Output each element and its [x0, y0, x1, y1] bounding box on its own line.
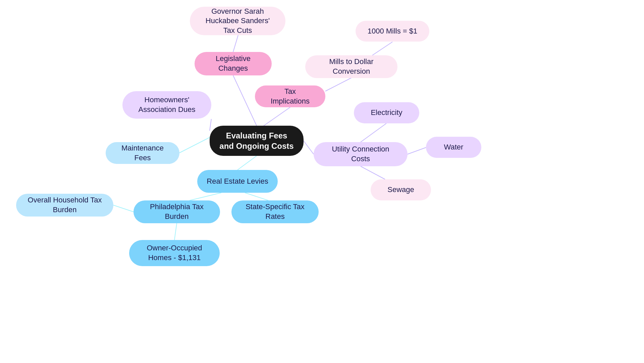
svg-line-13	[245, 193, 268, 200]
utility-connection-node[interactable]: Utility Connection Costs	[314, 142, 408, 166]
water-label: Water	[444, 142, 464, 152]
overall-household-label: Overall Household Tax Burden	[25, 195, 104, 215]
svg-line-14	[113, 205, 133, 212]
svg-line-3	[325, 78, 352, 91]
hoa-dues-node[interactable]: Homeowners' Association Dues	[122, 91, 211, 119]
electricity-node[interactable]: Electricity	[354, 102, 419, 123]
utility-connection-label: Utility Connection Costs	[323, 144, 398, 164]
owner-occupied-label: Owner-Occupied Homes - $1,131	[139, 243, 210, 262]
state-tax-rates-label: State-Specific Tax Rates	[241, 202, 309, 221]
overall-household-node[interactable]: Overall Household Tax Burden	[16, 194, 113, 217]
maintenance-fees-node[interactable]: Maintenance Fees	[106, 142, 179, 164]
philadelphia-tax-label: Philadelphia Tax Burden	[143, 202, 211, 221]
legislative-changes-label: Legislative Changes	[204, 54, 262, 73]
philadelphia-tax-node[interactable]: Philadelphia Tax Burden	[133, 200, 220, 223]
mills-conversion-node[interactable]: Mills to Dollar Conversion	[305, 55, 397, 78]
svg-line-5	[210, 119, 211, 131]
svg-line-11	[237, 156, 257, 170]
center-label: Evaluating Fees and Ongoing Costs	[219, 130, 294, 151]
mills-conversion-label: Mills to Dollar Conversion	[315, 57, 388, 76]
svg-line-7	[304, 141, 314, 154]
svg-line-0	[233, 75, 257, 126]
svg-line-4	[372, 42, 392, 55]
maintenance-fees-label: Maintenance Fees	[115, 143, 170, 163]
gov-tax-cuts-label: Governor Sarah Huckabee Sanders' Tax Cut…	[199, 7, 276, 36]
svg-line-6	[179, 137, 210, 153]
svg-line-8	[361, 123, 386, 142]
hoa-dues-label: Homeowners' Association Dues	[132, 95, 202, 114]
svg-line-15	[174, 223, 177, 240]
svg-line-1	[233, 35, 238, 52]
mills-value-label: 1000 Mills = $1	[368, 26, 418, 36]
svg-line-10	[361, 166, 385, 179]
tax-implications-node[interactable]: Tax Implications	[255, 85, 325, 107]
legislative-changes-node[interactable]: Legislative Changes	[195, 52, 272, 75]
mills-value-node[interactable]: 1000 Mills = $1	[356, 21, 429, 42]
owner-occupied-node[interactable]: Owner-Occupied Homes - $1,131	[129, 240, 220, 266]
water-node[interactable]: Water	[426, 137, 481, 158]
real-estate-levies-node[interactable]: Real Estate Levies	[197, 170, 278, 193]
sewage-label: Sewage	[387, 185, 414, 195]
tax-implications-label: Tax Implications	[264, 87, 316, 106]
real-estate-levies-label: Real Estate Levies	[207, 177, 268, 186]
electricity-label: Electricity	[371, 108, 402, 118]
svg-line-12	[190, 193, 221, 200]
svg-line-9	[408, 147, 426, 154]
sewage-node[interactable]: Sewage	[371, 179, 431, 200]
gov-tax-cuts-node[interactable]: Governor Sarah Huckabee Sanders' Tax Cut…	[190, 7, 285, 35]
center-node[interactable]: Evaluating Fees and Ongoing Costs	[210, 126, 304, 156]
state-tax-rates-node[interactable]: State-Specific Tax Rates	[231, 200, 319, 223]
